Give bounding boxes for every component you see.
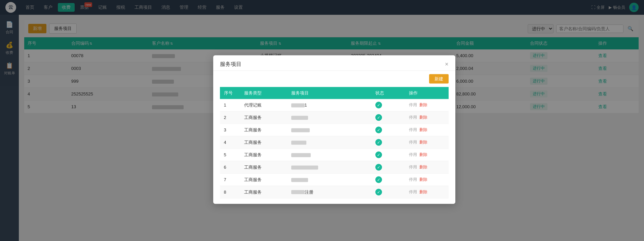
delete-button[interactable]: 删除 — [419, 177, 427, 183]
delete-button[interactable]: 删除 — [419, 139, 427, 145]
svc-col-item: 服务项目 — [287, 87, 371, 99]
stop-button[interactable]: 停用 — [409, 115, 417, 120]
service-table-row: 5 工商服务 ✓ 停用 删除 — [220, 149, 449, 161]
svc-cell-status: ✓ — [371, 173, 405, 186]
svc-col-action: 操作 — [405, 87, 449, 99]
stop-button[interactable]: 停用 — [409, 164, 417, 170]
status-check-icon: ✓ — [375, 114, 382, 121]
svc-cell-item — [287, 173, 371, 186]
svc-cell-type: 工商服务 — [240, 161, 287, 173]
status-check-icon: ✓ — [375, 151, 382, 158]
svc-cell-action: 停用 删除 — [405, 173, 449, 186]
svc-cell-item: 1 — [287, 99, 371, 111]
svc-cell-action: 停用 删除 — [405, 136, 449, 149]
status-check-icon: ✓ — [375, 126, 382, 133]
service-table-row: 8 工商服务 注册 ✓ 停用 删除 — [220, 186, 449, 198]
svc-cell-seq: 8 — [220, 186, 240, 198]
modal-close-button[interactable]: × — [445, 61, 449, 67]
svc-cell-status: ✓ — [371, 124, 405, 136]
svc-cell-seq: 4 — [220, 136, 240, 149]
svc-col-seq: 序号 — [220, 87, 240, 99]
status-check-icon: ✓ — [375, 176, 382, 183]
status-check-icon: ✓ — [375, 164, 382, 170]
status-check-icon: ✓ — [375, 189, 382, 195]
svc-cell-seq: 1 — [220, 99, 240, 111]
svc-cell-item: 注册 — [287, 186, 371, 198]
service-table-row: 4 工商服务 ✓ 停用 删除 — [220, 136, 449, 149]
svc-cell-action: 停用 删除 — [405, 111, 449, 124]
svc-cell-type: 代理记账 — [240, 99, 287, 111]
service-table: 序号 服务类型 服务项目 状态 操作 1 代理记账 1 ✓ 停用 删除 2 工商… — [220, 87, 449, 198]
stop-button[interactable]: 停用 — [409, 102, 417, 108]
svc-cell-action: 停用 删除 — [405, 124, 449, 136]
svc-cell-type: 工商服务 — [240, 124, 287, 136]
svc-cell-seq: 3 — [220, 124, 240, 136]
svc-cell-seq: 6 — [220, 161, 240, 173]
svc-cell-seq: 7 — [220, 173, 240, 186]
stop-button[interactable]: 停用 — [409, 177, 417, 183]
svc-cell-item — [287, 124, 371, 136]
modal-title: 服务项目 — [220, 61, 241, 68]
svc-cell-action: 停用 删除 — [405, 149, 449, 161]
service-table-row: 2 工商服务 ✓ 停用 删除 — [220, 111, 449, 124]
svc-cell-type: 工商服务 — [240, 149, 287, 161]
svc-cell-type: 工商服务 — [240, 173, 287, 186]
modal-header: 服务项目 × — [213, 55, 455, 71]
modal-body: 序号 服务类型 服务项目 状态 操作 1 代理记账 1 ✓ 停用 删除 2 工商… — [213, 87, 455, 204]
delete-button[interactable]: 删除 — [419, 189, 427, 195]
svc-cell-item — [287, 161, 371, 173]
svc-cell-seq: 2 — [220, 111, 240, 124]
svc-cell-status: ✓ — [371, 99, 405, 111]
svc-cell-action: 停用 删除 — [405, 186, 449, 198]
service-table-wrapper[interactable]: 序号 服务类型 服务项目 状态 操作 1 代理记账 1 ✓ 停用 删除 2 工商… — [220, 87, 449, 198]
svc-cell-status: ✓ — [371, 111, 405, 124]
service-modal: 服务项目 × 新建 序号 服务类型 服务项目 状态 操作 1 代理记账 1 — [213, 55, 455, 204]
svc-cell-action: 停用 删除 — [405, 99, 449, 111]
delete-button[interactable]: 删除 — [419, 127, 427, 133]
svc-col-type: 服务类型 — [240, 87, 287, 99]
service-table-row: 6 工商服务 ✓ 停用 删除 — [220, 161, 449, 173]
svc-cell-type: 工商服务 — [240, 186, 287, 198]
delete-button[interactable]: 删除 — [419, 115, 427, 120]
service-table-row: 1 代理记账 1 ✓ 停用 删除 — [220, 99, 449, 111]
new-service-button[interactable]: 新建 — [429, 74, 449, 83]
delete-button[interactable]: 删除 — [419, 152, 427, 158]
svc-cell-status: ✓ — [371, 136, 405, 149]
svc-cell-type: 工商服务 — [240, 136, 287, 149]
svc-cell-item — [287, 149, 371, 161]
stop-button[interactable]: 停用 — [409, 152, 417, 158]
svc-cell-item — [287, 136, 371, 149]
svc-cell-status: ✓ — [371, 161, 405, 173]
svc-cell-item — [287, 111, 371, 124]
svc-cell-status: ✓ — [371, 149, 405, 161]
delete-button[interactable]: 删除 — [419, 164, 427, 170]
delete-button[interactable]: 删除 — [419, 102, 427, 108]
service-table-row: 3 工商服务 ✓ 停用 删除 — [220, 124, 449, 136]
svc-cell-status: ✓ — [371, 186, 405, 198]
service-table-row: 7 工商服务 ✓ 停用 删除 — [220, 173, 449, 186]
svc-cell-seq: 5 — [220, 149, 240, 161]
status-check-icon: ✓ — [375, 102, 382, 108]
status-check-icon: ✓ — [375, 139, 382, 146]
stop-button[interactable]: 停用 — [409, 189, 417, 195]
svc-cell-type: 工商服务 — [240, 111, 287, 124]
svc-col-status: 状态 — [371, 87, 405, 99]
stop-button[interactable]: 停用 — [409, 139, 417, 145]
stop-button[interactable]: 停用 — [409, 127, 417, 133]
modal-toolbar: 新建 — [213, 71, 455, 87]
svc-cell-action: 停用 删除 — [405, 161, 449, 173]
